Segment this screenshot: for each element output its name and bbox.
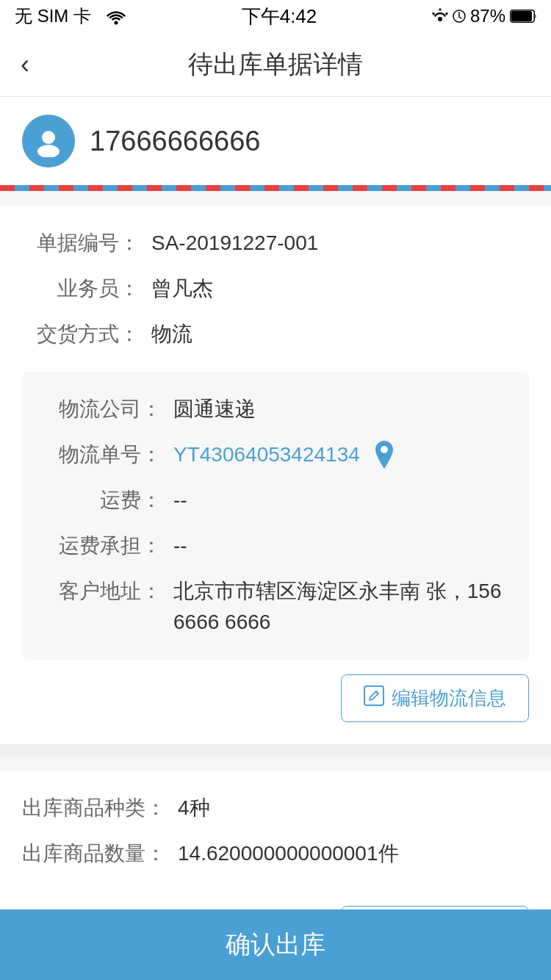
logistics-box: 物流公司： 圆通速递 物流单号： YT43064053424134 运费： --… (22, 372, 529, 660)
svg-point-7 (381, 446, 388, 453)
salesman-label: 业务员： (22, 273, 140, 304)
freight-bearer-row: 运费承担： -- (44, 530, 507, 561)
freight-bearer-label: 运费承担： (44, 530, 162, 561)
logistics-company-label: 物流公司： (44, 394, 162, 425)
avatar (22, 115, 75, 167)
freight-row: 运费： -- (44, 485, 507, 516)
address-row: 客户地址： 北京市市辖区海淀区永丰南 张，156 6666 6666 (44, 576, 507, 638)
status-time: 下午4:42 (242, 4, 317, 29)
page-title: 待出库单据详情 (188, 48, 363, 82)
svg-point-1 (438, 17, 442, 21)
doc-number-row: 单据编号： SA-20191227-001 (22, 228, 529, 259)
product-types-row: 出库商品种类： 4种 (22, 793, 529, 824)
delivery-value: 物流 (151, 319, 529, 350)
delivery-row: 交货方式： 物流 (22, 319, 529, 350)
location-icon[interactable] (370, 441, 398, 469)
doc-number-label: 单据编号： (22, 228, 140, 259)
logistics-wrapper: 物流公司： 圆通速递 物流单号： YT43064053424134 运费： --… (0, 372, 551, 660)
logistics-company-value: 圆通速递 (173, 394, 507, 425)
freight-bearer-value: -- (173, 530, 507, 561)
section-divider-1 (0, 744, 551, 756)
svg-rect-8 (364, 686, 383, 705)
user-section: 17666666666 (0, 97, 551, 185)
dashed-divider (0, 185, 551, 191)
logistics-company-row: 物流公司： 圆通速递 (44, 394, 507, 425)
tracking-label: 物流单号： (44, 439, 162, 470)
stock-info-section: 出库商品种类： 4种 出库商品数量： 14.620000000000001件 (0, 771, 551, 891)
salesman-row: 业务员： 曾凡杰 (22, 273, 529, 304)
back-button[interactable]: ‹ (21, 49, 29, 80)
product-types-label: 出库商品种类： (22, 793, 166, 824)
product-qty-value: 14.620000000000001件 (178, 838, 529, 869)
address-label: 客户地址： (44, 576, 162, 607)
status-bar: 无 SIM 卡 下午4:42 87% (0, 0, 551, 32)
svg-point-0 (115, 21, 118, 24)
freight-label: 运费： (44, 485, 162, 516)
salesman-value: 曾凡杰 (151, 273, 529, 304)
edit-logistics-section: 编辑物流信息 (0, 660, 551, 744)
address-value: 北京市市辖区海淀区永丰南 张，156 6666 6666 (173, 576, 507, 638)
product-qty-label: 出库商品数量： (22, 838, 166, 869)
user-phone: 17666666666 (90, 126, 260, 157)
svg-point-5 (42, 131, 55, 144)
product-qty-row: 出库商品数量： 14.620000000000001件 (22, 838, 529, 869)
edit-logistics-button[interactable]: 编辑物流信息 (341, 674, 529, 722)
tracking-row: 物流单号： YT43064053424134 (44, 439, 507, 470)
confirm-btn-wrapper[interactable]: 确认出库 (0, 909, 551, 980)
tracking-value: YT43064053424134 (173, 439, 507, 470)
product-types-value: 4种 (178, 793, 529, 824)
status-left: 无 SIM 卡 (15, 4, 126, 28)
freight-value: -- (173, 485, 507, 516)
doc-number-value: SA-20191227-001 (151, 228, 529, 259)
nav-bar: ‹ 待出库单据详情 (0, 32, 551, 97)
svg-rect-4 (511, 11, 532, 21)
delivery-label: 交货方式： (22, 319, 140, 350)
edit-logistics-label: 编辑物流信息 (392, 685, 506, 711)
basic-info-section: 单据编号： SA-20191227-001 业务员： 曾凡杰 交货方式： 物流 (0, 206, 551, 372)
battery-percent: 87% (470, 6, 505, 26)
edit-icon (364, 685, 384, 711)
confirm-btn-label: 确认出库 (226, 928, 325, 962)
svg-point-6 (37, 145, 60, 157)
sim-wifi-status: 无 SIM 卡 (15, 4, 126, 28)
status-right: 87% (432, 6, 536, 26)
